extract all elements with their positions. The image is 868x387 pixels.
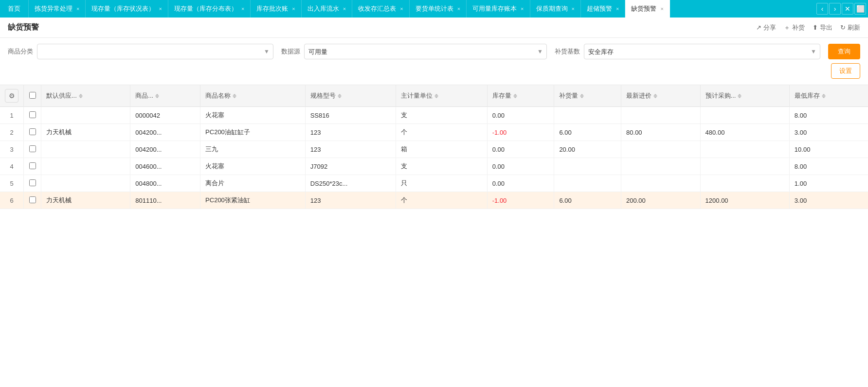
cell-min-stock-5: 3.00 xyxy=(789,192,868,209)
tab-10[interactable]: 超储预警 × xyxy=(581,0,625,18)
column-settings-button[interactable]: ⚙ xyxy=(5,89,18,103)
row-checkbox-3[interactable] xyxy=(29,162,36,169)
tab-close-7[interactable]: × xyxy=(457,6,460,12)
tab-close-3[interactable]: × xyxy=(241,6,244,12)
share-button[interactable]: ↗ 分享 xyxy=(756,23,776,32)
tab-1[interactable]: 拣货异常处理 × xyxy=(29,0,86,18)
th-stock-sort[interactable]: 库存量 xyxy=(492,91,549,100)
cell-unit-5: 个 xyxy=(396,192,487,209)
tab-close-4[interactable]: × xyxy=(292,6,295,12)
th-product-name-sort[interactable]: 商品名称 xyxy=(205,91,300,100)
category-select[interactable] xyxy=(37,44,273,59)
tab-11-active[interactable]: 缺货预警 × xyxy=(625,0,669,18)
cell-supplier-5: 力天机械 xyxy=(41,192,130,209)
th-latest-price-sort[interactable]: 最新进价 xyxy=(626,91,695,100)
cell-stock-0: 0.00 xyxy=(487,107,554,124)
tab-close-2[interactable]: × xyxy=(159,6,162,12)
cell-checkbox-0 xyxy=(24,107,41,124)
tab-8[interactable]: 可用量库存账本 × xyxy=(467,0,530,18)
settings-button[interactable]: 设置 xyxy=(831,63,860,79)
tab-6[interactable]: 收发存汇总表 × xyxy=(352,0,409,18)
th-min-stock-sort[interactable]: 最低库存 xyxy=(795,91,863,100)
unit-sort-icon xyxy=(434,94,438,98)
cell-seq-1: 2 xyxy=(0,124,24,141)
replenish-select[interactable]: 安全库存 xyxy=(584,44,820,59)
datasource-select[interactable]: 可用量 xyxy=(304,44,547,59)
row-checkbox-1[interactable] xyxy=(29,128,36,135)
th-unit-sort[interactable]: 主计量单位 xyxy=(401,91,482,100)
tab-3[interactable]: 现存量（库存分布表） × xyxy=(168,0,251,18)
th-product-code-sort[interactable]: 商品... xyxy=(135,91,195,100)
tab-7[interactable]: 要货单统计表 × xyxy=(410,0,467,18)
cell-stock-1: -1.00 xyxy=(487,124,554,141)
cell-latest-price-4 xyxy=(621,175,701,192)
row-checkbox-2[interactable] xyxy=(29,145,36,152)
th-unit: 主计量单位 xyxy=(396,85,487,107)
tab-close-8[interactable]: × xyxy=(521,6,524,12)
cell-stock-5: -1.00 xyxy=(487,192,554,209)
select-all-checkbox[interactable] xyxy=(29,92,36,99)
share-icon: ↗ xyxy=(756,24,761,31)
tab-next-button[interactable]: › xyxy=(829,3,841,15)
supplier-sort-icon xyxy=(79,94,83,98)
tab-close-10[interactable]: × xyxy=(616,6,619,12)
tab-close-6[interactable]: × xyxy=(400,6,403,12)
window-close-button[interactable]: ✕ xyxy=(842,3,853,15)
tab-home[interactable]: 首页 xyxy=(0,0,29,18)
query-button[interactable]: 查询 xyxy=(828,44,860,59)
th-product-code: 商品... xyxy=(130,85,200,107)
cell-latest-price-5: 200.00 xyxy=(621,192,701,209)
cell-replenish-qty-2: 20.00 xyxy=(554,141,621,158)
th-est-purchase: 预计采购... xyxy=(700,85,789,107)
cell-product-name-3: 火花塞 xyxy=(200,158,306,175)
product-code-sort-icon xyxy=(155,94,159,98)
cell-replenish-qty-3 xyxy=(554,158,621,175)
cell-latest-price-3 xyxy=(621,158,701,175)
window-maximize-button[interactable]: ⬜ xyxy=(854,3,866,15)
product-name-sort-icon xyxy=(233,94,236,98)
page-title: 缺货预警 xyxy=(8,22,756,33)
table-row: 2力天机械004200...PC200油缸缸子123个-1.006.0080.0… xyxy=(0,124,868,141)
row-checkbox-0[interactable] xyxy=(29,111,36,118)
cell-product-code-2: 004200... xyxy=(130,141,200,158)
th-stock: 库存量 xyxy=(487,85,554,107)
th-replenish-qty-sort[interactable]: 补货量 xyxy=(559,91,616,100)
th-product-name: 商品名称 xyxy=(200,85,306,107)
replenish-qty-sort-icon xyxy=(580,94,584,98)
cell-replenish-qty-1: 6.00 xyxy=(554,124,621,141)
cell-spec-3: J7092 xyxy=(305,158,396,175)
tab-close-11[interactable]: × xyxy=(660,6,663,12)
cell-min-stock-4: 1.00 xyxy=(789,175,868,192)
filter-datasource-group: 数据源 可用量 ▼ xyxy=(281,44,555,59)
th-spec-sort[interactable]: 规格型号 xyxy=(310,91,391,100)
tab-close-1[interactable]: × xyxy=(76,6,79,12)
cell-seq-3: 4 xyxy=(0,158,24,175)
row-checkbox-5[interactable] xyxy=(29,196,36,203)
cell-est-purchase-2 xyxy=(700,141,789,158)
refresh-button[interactable]: ↻ 刷新 xyxy=(840,23,860,32)
tab-5[interactable]: 出入库流水 × xyxy=(302,0,352,18)
table-row: 4004600...火花塞J7092支0.008.00 xyxy=(0,158,868,175)
cell-unit-4: 只 xyxy=(396,175,487,192)
tab-close-5[interactable]: × xyxy=(343,6,346,12)
latest-price-sort-icon xyxy=(653,94,657,98)
row-checkbox-4[interactable] xyxy=(29,179,36,186)
tab-prev-button[interactable]: ‹ xyxy=(816,3,828,15)
cell-min-stock-0: 8.00 xyxy=(789,107,868,124)
tab-2[interactable]: 现存量（库存状况表） × xyxy=(86,0,168,18)
cell-supplier-2 xyxy=(41,141,130,158)
cell-unit-1: 个 xyxy=(396,124,487,141)
table-row: 3004200...三九123箱0.0020.0010.00 xyxy=(0,141,868,158)
tab-9[interactable]: 保质期查询 × xyxy=(530,0,581,18)
th-supplier-sort[interactable]: 默认供应... xyxy=(46,91,125,100)
tab-close-9[interactable]: × xyxy=(572,6,575,12)
stock-sort-icon xyxy=(513,94,517,98)
tab-4[interactable]: 库存批次账 × xyxy=(251,0,301,18)
th-est-purchase-sort[interactable]: 预计采购... xyxy=(705,91,784,100)
cell-unit-3: 支 xyxy=(396,158,487,175)
replenish-button[interactable]: ＋ 补货 xyxy=(784,23,805,32)
export-button[interactable]: ⬆ 导出 xyxy=(813,23,832,32)
cell-product-code-0: 0000042 xyxy=(130,107,200,124)
table-body: 10000042火花塞SS816支0.008.002力天机械004200...P… xyxy=(0,107,868,209)
filter-bar: 商品分类 ▼ 数据源 可用量 ▼ 补货基数 安全库存 xyxy=(0,38,868,85)
